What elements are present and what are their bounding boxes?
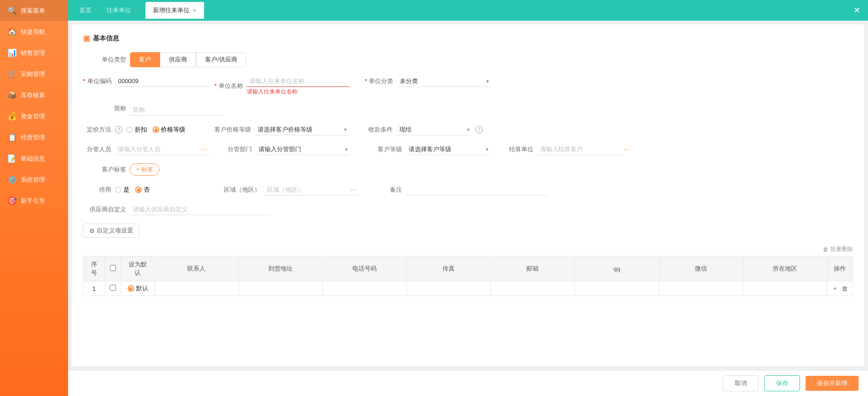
col-fax: 传真 [407, 256, 491, 281]
row-region[interactable] [743, 281, 827, 296]
col-seq: 序号 [84, 256, 105, 281]
phone-input[interactable] [327, 285, 402, 292]
save-button[interactable]: 保存 [764, 375, 800, 391]
payment-terms-select[interactable]: 现结 [396, 124, 472, 135]
sidebar-item-system[interactable]: ⚙️ 系统管理 [0, 169, 68, 190]
sidebar-item-operations[interactable]: 📋 经营管理 [0, 127, 68, 148]
sidebar-item-sales[interactable]: 📊 销售管理 [0, 42, 68, 63]
qq-input[interactable] [579, 285, 654, 292]
tab-bar: 首页 往来单位 ✕ 新增往来单位 ✕ ✕ [68, 0, 868, 21]
row-phone[interactable] [323, 281, 407, 296]
code-name-category-row: 单位编码 单位名称 请输入往来单位名称 单位分类 未分类 ▾ [83, 76, 853, 96]
custom-settings-button[interactable]: ⚙ 自定义项设置 [83, 224, 139, 238]
sidebar-item-finance[interactable]: 💰 资金管理 [0, 106, 68, 127]
unit-category-select[interactable]: 未分类 [397, 76, 491, 87]
customer-level-select[interactable]: 请选择客户等级 [406, 144, 490, 155]
cancel-button[interactable]: 取消 [723, 375, 759, 391]
add-tag-button[interactable]: + 标签 [130, 163, 160, 176]
operations-icon: 📋 [8, 133, 17, 142]
customer-price-select[interactable]: 请选择客户价格等级 [255, 124, 349, 135]
pricing-help-icon[interactable]: ? [115, 126, 122, 133]
row-address[interactable] [238, 281, 322, 296]
abbr-input[interactable] [130, 104, 224, 116]
sidebar-item-quick-nav[interactable]: 🏠 快捷导航 [0, 21, 68, 42]
suspend-group: 停用 是 否 [83, 186, 214, 194]
abbr-row: 简称 [83, 104, 853, 116]
fax-input[interactable] [411, 285, 486, 292]
sidebar-item-search[interactable]: 🔍 搜索菜单 [0, 0, 68, 21]
col-contact: 联系人 [154, 256, 238, 281]
suspend-yes[interactable]: 是 [115, 186, 129, 194]
contact-input[interactable] [160, 285, 234, 292]
manager-ellipsis[interactable]: ··· [199, 145, 209, 154]
unit-code-input[interactable] [115, 76, 209, 87]
unit-type-supplier[interactable]: 供应商 [160, 52, 196, 67]
main-area: 首页 往来单位 ✕ 新增往来单位 ✕ ✕ ▣ 基本信息 单位类型 客户 供应商 … [68, 0, 868, 396]
region-group: 区域（地区） ··· [224, 184, 374, 195]
unit-category-group: 单位分类 未分类 ▾ [365, 76, 491, 87]
contacts-table-container: 🗑 批量删除 序号 设为默认 联系人 到货地址 电话号码 传真 邮箱 qq [83, 245, 853, 296]
row-fax[interactable] [407, 281, 491, 296]
department-label: 分管部门 [224, 145, 252, 154]
row-qq[interactable] [575, 281, 659, 296]
remarks-group: 备注 [374, 184, 547, 195]
tab-partner[interactable]: 往来单位 ✕ [99, 2, 145, 19]
settlement-label: 结算单位 [505, 145, 533, 154]
row-default-radio[interactable]: 默认 [126, 284, 150, 293]
pricing-method-label: 定价方法 [83, 125, 111, 134]
row-email[interactable] [491, 281, 575, 296]
region-ellipsis[interactable]: ··· [349, 186, 358, 194]
unit-code-label: 单位编码 [83, 77, 112, 85]
sidebar-item-inventory[interactable]: 📦 库存核算 [0, 85, 68, 106]
save-new-button[interactable]: 保存并新增 [806, 376, 859, 391]
unit-type-group: 客户 供应商 客户/供应商 [130, 52, 246, 67]
section-header: ▣ 基本信息 [83, 34, 853, 43]
batch-delete-button[interactable]: 🗑 批量删除 [823, 245, 853, 253]
supplier-custom-input[interactable] [130, 204, 271, 215]
pricing-price-level[interactable]: 价格等级 [152, 125, 185, 134]
select-all-checkbox[interactable] [110, 265, 116, 271]
unit-type-label: 单位类型 [102, 56, 126, 63]
suspend-row: 停用 是 否 区域（地区） ··· [83, 184, 853, 195]
supplier-custom-label: 供应商自定义 [90, 206, 126, 213]
col-default: 设为默认 [121, 256, 155, 281]
remarks-input[interactable] [406, 184, 547, 195]
payment-terms-help-icon[interactable]: ? [475, 126, 483, 133]
row-checkbox[interactable] [110, 285, 116, 291]
suspend-no[interactable]: 否 [135, 186, 150, 194]
sidebar-item-basic-info[interactable]: 📝 基础信息 [0, 148, 68, 169]
pricing-discount[interactable]: 折扣 [126, 125, 147, 134]
address-input[interactable] [244, 285, 318, 292]
unit-type-both[interactable]: 客户/供应商 [196, 52, 246, 67]
settlement-input[interactable] [537, 144, 622, 155]
tab-new-partner-close[interactable]: ✕ [192, 8, 197, 14]
settlement-ellipsis[interactable]: ··· [622, 145, 632, 154]
suspend-radio-group: 是 否 [115, 186, 150, 194]
search-icon: 🔍 [8, 6, 17, 15]
region-input[interactable] [264, 184, 349, 195]
row-seq: 1 [84, 281, 105, 296]
row-actions: ＋ 🗑 [827, 281, 853, 296]
email-input[interactable] [495, 285, 570, 292]
col-phone: 电话号码 [323, 256, 407, 281]
add-row-icon[interactable]: ＋ [832, 284, 838, 293]
row-wechat[interactable] [659, 281, 743, 296]
tab-new-partner[interactable]: 新增往来单位 ✕ [145, 2, 204, 19]
manager-row: 分管人员 ··· 分管部门 请输入分管部门 ▾ 客户等级 [83, 144, 853, 155]
row-region-input[interactable] [748, 285, 822, 292]
row-contact[interactable] [154, 281, 238, 296]
tab-partner-close[interactable]: ✕ [134, 8, 138, 14]
tab-bar-close-all[interactable]: ✕ [850, 5, 864, 16]
unit-name-input[interactable] [247, 76, 350, 87]
delete-row-icon[interactable]: 🗑 [842, 285, 848, 292]
sidebar-item-guide[interactable]: 🎯 新手引导 [0, 190, 68, 211]
payment-terms-group: 收款条件 现结 ▾ ? [365, 124, 483, 135]
custom-settings-area: ⚙ 自定义项设置 [83, 224, 853, 238]
customer-price-label: 客户价格等级 [214, 125, 251, 134]
manager-input[interactable] [115, 144, 199, 155]
tab-home[interactable]: 首页 [72, 2, 99, 19]
department-select[interactable]: 请输入分管部门 [256, 144, 350, 155]
sidebar-item-purchase[interactable]: 🛒 采购管理 [0, 63, 68, 85]
unit-type-customer[interactable]: 客户 [130, 52, 160, 67]
wechat-input[interactable] [664, 285, 738, 292]
